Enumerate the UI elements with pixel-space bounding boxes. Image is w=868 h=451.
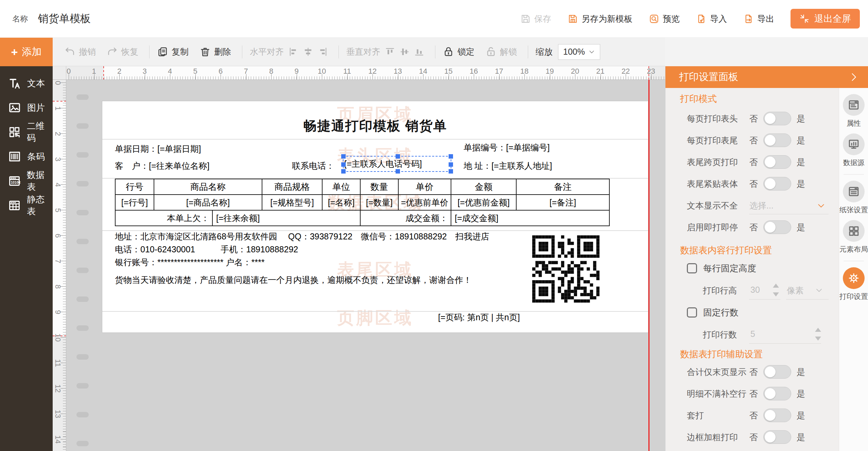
doc-title-element[interactable]: 畅捷通打印模板 销货单 <box>102 117 648 135</box>
import-button[interactable]: 导入 <box>696 13 727 24</box>
table-header-cell[interactable]: 商品名称 <box>154 179 262 194</box>
table-header-cell[interactable]: 单位 <box>323 179 361 194</box>
resize-handle-nw[interactable] <box>341 154 346 159</box>
table-footer-cell[interactable]: [=往来余额] <box>213 211 361 226</box>
floppy-pen-icon <box>568 14 578 24</box>
toggle-switch[interactable] <box>763 112 791 125</box>
field-address[interactable]: 地 址：[=主联系人地址] <box>464 160 552 172</box>
table-data-cell[interactable]: [=行号] <box>116 195 154 210</box>
sidebar-item-image[interactable]: 图片 <box>0 95 53 120</box>
export-button[interactable]: 导出 <box>743 13 774 24</box>
exit-fullscreen-button[interactable]: 退出全屏 <box>791 9 860 29</box>
add-button[interactable]: + 添加 <box>0 38 53 66</box>
resize-handle-s[interactable] <box>396 169 400 174</box>
align-top-icon[interactable] <box>385 47 395 57</box>
sidebar-item-text[interactable]: 文本 <box>0 71 53 95</box>
undo-button[interactable]: 撤销 <box>64 46 96 57</box>
dock-item-paper-settings[interactable]: 纸张设置 <box>839 181 868 215</box>
delete-button[interactable]: 删除 <box>199 46 231 57</box>
toggle-switch[interactable] <box>763 155 791 169</box>
align-bottom-icon[interactable] <box>414 47 424 57</box>
print-settings-panel: 打印设置面板 打印模式每页打印表头否是每页打印表尾否是表尾跨页打印否是表尾紧贴表… <box>665 66 868 451</box>
sidebar-item-statictable[interactable]: 静态表 <box>0 193 53 218</box>
resize-handle-e[interactable] <box>449 162 453 167</box>
stepper-value[interactable]: 5 <box>750 329 755 339</box>
chevron-right-icon[interactable] <box>849 72 859 82</box>
sidebar-item-qrcode[interactable]: 二维码 <box>0 120 53 144</box>
save-as-new-button[interactable]: 另存为新模板 <box>568 13 632 24</box>
table-header-cell[interactable]: 数量 <box>361 179 399 194</box>
zoom-select[interactable]: 100% <box>558 44 600 60</box>
toggle-switch[interactable] <box>763 177 791 191</box>
data-table-element[interactable]: 行号商品名称商品规格单位数量单价金额备注[=行号][=商品名称][=规格型号][… <box>115 179 610 226</box>
table-data-cell[interactable]: [=备注] <box>517 195 609 210</box>
resize-handle-w[interactable] <box>341 162 346 167</box>
resize-handle-sw[interactable] <box>341 169 346 174</box>
toggle-switch[interactable] <box>763 365 791 379</box>
footer-line-notice[interactable]: 货物当天请验收清楚，产品质量问题请在一个月内退换，逾期概不负责，还望谅解，谢谢合… <box>115 274 472 286</box>
qr-code-element[interactable] <box>532 235 600 303</box>
align-center-icon[interactable] <box>303 47 313 57</box>
checkbox[interactable] <box>687 307 697 318</box>
lock-button[interactable]: 锁定 <box>443 46 474 57</box>
redo-button[interactable]: 恢复 <box>107 46 138 57</box>
footer-line-phone[interactable]: 电话：010-62430001 手机：18910888292 <box>115 244 298 255</box>
table-header-cell[interactable]: 金额 <box>451 179 517 194</box>
dock-item-print-settings[interactable]: 打印设置 <box>839 267 868 301</box>
design-canvas[interactable]: 页眉区域 表头区域 数据表区域 表尾区域 页脚区域 畅捷通打印模板 销货单 单据… <box>66 80 665 451</box>
selected-element-phone[interactable]: [=主联系人电话号码] <box>343 156 451 172</box>
copy-button[interactable]: 复制 <box>157 46 189 57</box>
toggle-switch[interactable] <box>763 133 791 147</box>
footer-line-bank[interactable]: 银行账号：******************** 户名：**** <box>115 257 264 268</box>
undo-icon <box>64 46 75 57</box>
toolbar: 撤销 恢复 复制 删除 水平对齐 垂直对齐 <box>53 38 665 66</box>
align-right-icon[interactable] <box>318 47 328 57</box>
table-data-cell[interactable]: [=规格型号] <box>262 195 323 210</box>
sidebar-item-barcode[interactable]: 条码 <box>0 144 53 169</box>
template-paper[interactable]: 页眉区域 表头区域 数据表区域 表尾区域 页脚区域 畅捷通打印模板 销货单 单据… <box>102 101 648 333</box>
save-button[interactable]: 保存 <box>520 13 551 24</box>
dock-item-properties[interactable]: 属性 <box>843 94 865 128</box>
field-doc-number[interactable]: 单据编号：[=单据编号] <box>464 141 550 154</box>
sidebar-item-datatable[interactable]: 101001数据表 <box>0 169 53 193</box>
toolbar-separator <box>149 46 150 58</box>
table-footer-cell[interactable]: [=成交金额] <box>451 211 609 226</box>
resize-handle-se[interactable] <box>449 169 453 174</box>
align-middle-icon[interactable] <box>400 47 410 57</box>
table-header-cell[interactable]: 备注 <box>517 179 609 194</box>
resize-handle-ne[interactable] <box>449 154 453 159</box>
dock-item-datasource[interactable]: 数据源 <box>843 133 865 167</box>
table-header-cell[interactable]: 单价 <box>399 179 451 194</box>
chevron-down-icon[interactable] <box>815 286 823 294</box>
table-data-cell[interactable]: [=优惠前金额] <box>451 195 517 210</box>
unlock-button[interactable]: 解锁 <box>485 46 517 57</box>
preview-button[interactable]: 预览 <box>649 13 680 24</box>
table-data-cell[interactable]: [=名称] <box>323 195 361 210</box>
field-phone-label[interactable]: 联系电话： <box>292 160 334 172</box>
resize-handle-n[interactable] <box>396 154 400 159</box>
table-footer-cell[interactable]: 成交金额： <box>361 211 451 226</box>
table-header-cell[interactable]: 行号 <box>116 179 154 194</box>
select-value[interactable]: 选择... <box>749 200 774 211</box>
toggle-switch[interactable] <box>763 430 791 444</box>
dock-item-element-layout[interactable]: 元素布局 <box>839 220 868 254</box>
field-customer[interactable]: 客 户：[=往来单位名称] <box>115 160 210 172</box>
page-number-element[interactable]: [=页码: 第n页 | 共n页] <box>438 312 520 323</box>
toggle-switch[interactable] <box>763 220 791 234</box>
stepper-arrows[interactable] <box>815 328 822 341</box>
toggle-switch[interactable] <box>763 387 791 400</box>
stepper-value[interactable]: 30 <box>750 285 760 295</box>
stepper-arrows[interactable] <box>773 284 780 296</box>
toggle-switch[interactable] <box>763 409 791 422</box>
table-footer-cell[interactable]: 本单上欠： <box>116 211 213 226</box>
table-data-cell[interactable]: [=数量] <box>361 195 399 210</box>
table-data-cell[interactable]: =优惠前单价 <box>399 195 451 210</box>
checkbox[interactable] <box>687 263 697 273</box>
table-header-cell[interactable]: 商品规格 <box>262 179 323 194</box>
table-data-cell[interactable]: [=商品名称] <box>154 195 262 210</box>
unit-value[interactable]: 像素 <box>787 285 804 296</box>
footer-line-address[interactable]: 地址：北京市海淀区北清路68号用友软件园 QQ：393879122 微信号：18… <box>115 231 489 242</box>
chevron-down-icon[interactable] <box>817 201 826 210</box>
align-left-icon[interactable] <box>289 47 298 57</box>
field-date[interactable]: 单据日期：[=单据日期] <box>115 143 201 155</box>
